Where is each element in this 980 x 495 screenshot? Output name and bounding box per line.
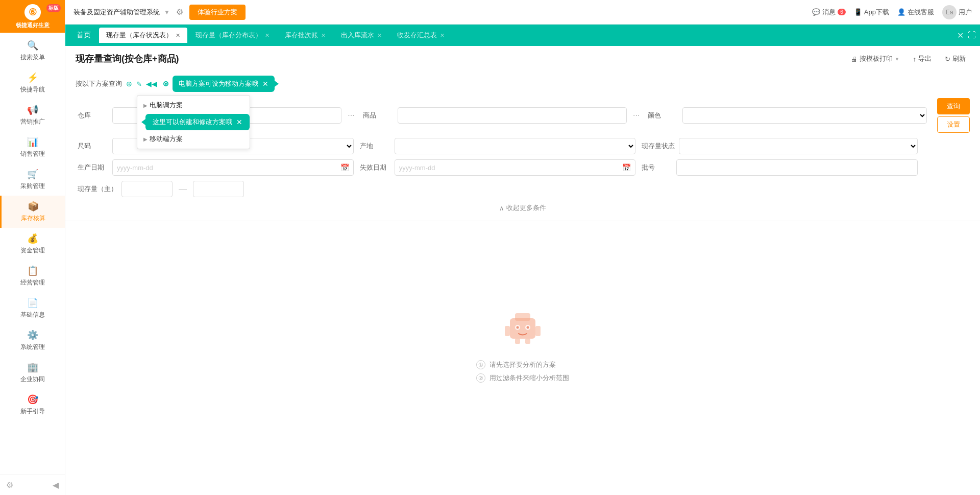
- size-label: 尺码: [78, 142, 108, 151]
- sidebar-item-marketing[interactable]: 📢 营销推广: [0, 99, 65, 131]
- collapse-sidebar-icon[interactable]: ◀: [53, 480, 59, 490]
- produce-date-placeholder: yyyy-mm-dd: [117, 164, 153, 172]
- sidebar-item-label: 快捷导航: [20, 85, 45, 94]
- sidebar-item-inventory[interactable]: 📦 库存核算: [0, 196, 65, 228]
- filter-col-expire-date: 失效日期 yyyy-mm-dd 📅: [360, 159, 636, 176]
- tab-inout-flow[interactable]: 出入库流水 ✕: [334, 28, 389, 43]
- sidebar-item-search[interactable]: 🔍 搜索菜单: [0, 35, 65, 67]
- sidebar-item-label: 搜索菜单: [20, 53, 45, 62]
- online-service-label: 在线客服: [908, 8, 934, 17]
- color-select[interactable]: [682, 107, 927, 124]
- scheme-mobile-label: 移动端方案: [150, 134, 183, 144]
- message-btn[interactable]: 💬 消息 6: [812, 8, 846, 17]
- filter-area: 按以下方案查询 ⊕ ✎ ◀◀ 电脑方案可设为移动方案哦 ✕: [65, 69, 980, 221]
- sidebar-item-label: 库存核算: [21, 214, 45, 223]
- tab-close-icon[interactable]: ✕: [176, 32, 180, 39]
- filter-col-produce-date: 生产日期 yyyy-mm-dd 📅: [78, 159, 354, 176]
- sidebar-item-label: 新手引导: [20, 407, 45, 416]
- produce-date-input[interactable]: yyyy-mm-dd 📅: [112, 159, 354, 176]
- system-name: 装备及固定资产辅助管理系统: [74, 8, 160, 17]
- empty-tips: ① 请先选择要分析的方案 ② 用过滤条件来缩小分析范围: [476, 360, 569, 383]
- tooltip1-close[interactable]: ✕: [262, 80, 268, 88]
- app-download-label: App下载: [864, 8, 889, 17]
- goods-more-icon[interactable]: ···: [631, 111, 642, 120]
- reset-btn[interactable]: 设置: [937, 116, 970, 133]
- system-selector[interactable]: 装备及固定资产辅助管理系统 ▼: [74, 8, 170, 17]
- stock-status-select[interactable]: [679, 138, 918, 154]
- sidebar-item-label: 销售管理: [20, 150, 45, 158]
- tab-label: 出入库流水: [341, 31, 374, 40]
- tab-batch-account[interactable]: 库存批次账 ✕: [278, 28, 333, 43]
- tooltip2-close[interactable]: ✕: [236, 118, 242, 126]
- tabbar-close-all-icon[interactable]: ✕: [957, 31, 964, 40]
- message-label: 消息: [822, 8, 836, 17]
- tabbar: 首页 现存量（库存状况表） ✕ 现存量（库存分布表） ✕ 库存批次账 ✕ 出入库…: [65, 25, 980, 46]
- sidebar-item-label: 采购管理: [20, 182, 45, 191]
- topbar-right: 💬 消息 6 📱 App下载 👤 在线客服 Ea 用户: [812, 5, 972, 19]
- filter-label: 按以下方案查询: [76, 79, 122, 88]
- expire-date-input[interactable]: yyyy-mm-dd 📅: [395, 159, 636, 176]
- stock-main-max[interactable]: [193, 181, 244, 197]
- range-separator: —: [179, 184, 187, 194]
- user-menu[interactable]: Ea 用户: [942, 5, 972, 19]
- sidebar-item-system[interactable]: ⚙️ 系统管理: [0, 324, 65, 357]
- add-scheme-icon[interactable]: ⊕: [126, 80, 132, 88]
- batch-no-input[interactable]: [676, 159, 918, 176]
- sidebar-item-basicinfo[interactable]: 📄 基础信息: [0, 292, 65, 324]
- sidebar-item-sales[interactable]: 📊 销售管理: [0, 131, 65, 163]
- logo-text: 畅捷通好生意: [16, 21, 50, 29]
- tab-label: 现存量（库存分布表）: [195, 31, 262, 40]
- sidebar-item-quicknav[interactable]: ⚡ 快捷导航: [0, 67, 65, 99]
- search-btn[interactable]: 查询: [937, 98, 970, 114]
- online-service-btn[interactable]: 👤 在线客服: [897, 8, 934, 17]
- scheme-item-desktop[interactable]: ▶ 电脑调方案: [137, 98, 250, 113]
- print-btn[interactable]: 🖨 按模板打印 ▼: [847, 52, 904, 65]
- sidebar-footer: ⚙ ◀: [0, 475, 65, 495]
- sidebar-item-purchase[interactable]: 🛒 采购管理: [0, 163, 65, 196]
- guide-icon: 🎯: [27, 394, 38, 405]
- tab-close-icon[interactable]: ✕: [265, 32, 270, 39]
- warehouse-label: 仓库: [78, 111, 108, 120]
- tab-close-icon[interactable]: ✕: [377, 32, 382, 39]
- tab-home[interactable]: 首页: [69, 28, 98, 43]
- sidebar-item-finance[interactable]: 💰 资金管理: [0, 228, 65, 260]
- sidebar-item-enterprise[interactable]: 🏢 企业协同: [0, 357, 65, 389]
- tab-inventory-dist[interactable]: 现存量（库存分布表） ✕: [188, 28, 277, 43]
- refresh-btn[interactable]: ↻ 刷新: [941, 52, 970, 65]
- app-download-btn[interactable]: 📱 App下载: [854, 8, 889, 17]
- tab-close-icon[interactable]: ✕: [321, 32, 326, 39]
- tab-inventory-status[interactable]: 现存量（库存状况表） ✕: [99, 28, 187, 43]
- scheme-selector: [163, 81, 168, 86]
- gear-icon[interactable]: ⚙: [176, 7, 183, 17]
- print-icon: 🖨: [851, 55, 857, 63]
- warehouse-more-icon[interactable]: ···: [346, 111, 356, 120]
- tab-close-icon[interactable]: ✕: [440, 32, 445, 39]
- tab-receive-summary[interactable]: 收发存汇总表 ✕: [390, 28, 452, 43]
- settings-icon[interactable]: ⚙: [6, 480, 13, 490]
- stock-main-min[interactable]: [121, 181, 173, 197]
- back-icon[interactable]: ◀◀: [146, 80, 157, 88]
- svg-rect-6: [505, 326, 510, 336]
- tip2-text: 用过滤条件来缩小分析范围: [489, 373, 569, 383]
- topbar: 装备及固定资产辅助管理系统 ▼ ⚙ 体验行业方案 💬 消息 6 📱 App下载 …: [65, 0, 980, 25]
- origin-select[interactable]: [395, 138, 636, 154]
- page-actions: 🖨 按模板打印 ▼ ↑ 导出 ↻ 刷新: [847, 52, 970, 65]
- industry-btn[interactable]: 体验行业方案: [189, 5, 246, 20]
- filter-col-stock-main: 现存量（主） —: [78, 181, 356, 197]
- message-badge: 6: [838, 9, 846, 15]
- tab-label: 现存量（库存状况表）: [106, 31, 173, 40]
- tab-label: 收发存汇总表: [397, 31, 437, 40]
- produce-date-label: 生产日期: [78, 163, 108, 172]
- sidebar-nav: 🔍 搜索菜单 ⚡ 快捷导航 📢 营销推广 📊 销售管理 🛒 采购管理 📦 库存核…: [0, 33, 65, 475]
- sidebar-item-guide[interactable]: 🎯 新手引导: [0, 389, 65, 421]
- filter-row-4: 现存量（主） —: [78, 181, 970, 197]
- collapse-btn[interactable]: ∧ 收起更多条件: [76, 201, 970, 215]
- goods-input[interactable]: [398, 107, 627, 124]
- sidebar-item-operations[interactable]: 📋 经营管理: [0, 260, 65, 292]
- svg-rect-1: [515, 313, 530, 321]
- edit-scheme-icon[interactable]: ✎: [136, 80, 142, 88]
- color-label: 颜色: [648, 111, 678, 120]
- export-btn[interactable]: ↑ 导出: [909, 52, 936, 65]
- scheme-item-mobile[interactable]: ▶ 移动端方案: [137, 131, 250, 147]
- tabbar-expand-icon[interactable]: ⛶: [968, 31, 976, 40]
